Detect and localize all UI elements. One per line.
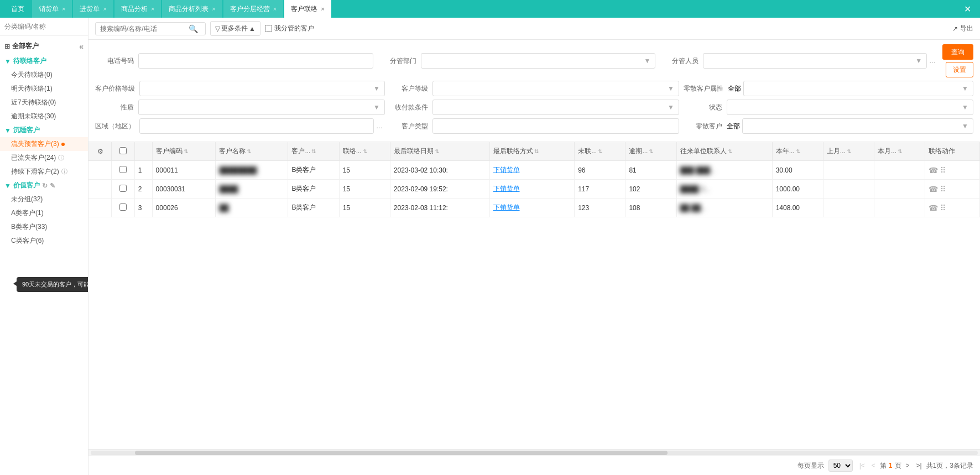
sidebar-item-7days[interactable]: 近7天待联络(0)	[0, 96, 88, 109]
filter-select-region[interactable]	[139, 118, 374, 134]
next-page-button[interactable]: >	[904, 461, 912, 471]
cell-last-method-3[interactable]: 下销货单	[489, 199, 575, 217]
col-no-contact[interactable]: 未联...⇅	[575, 142, 625, 161]
filter-input-phone[interactable]	[138, 53, 373, 69]
col-last-contact-method[interactable]: 最后联络方式⇅	[489, 142, 575, 161]
sidebar-section-pending[interactable]: ▼ 待联络客户	[0, 54, 88, 68]
close-customercontact-icon[interactable]: ×	[321, 6, 324, 12]
close-productlist-icon[interactable]: ×	[212, 6, 215, 12]
last-method-link-3[interactable]: 下销货单	[493, 203, 520, 211]
filter-select-retail-attr[interactable]: ▼	[743, 81, 973, 96]
filter-select-payment[interactable]: ▼	[432, 100, 679, 115]
filter-field-retail-attr: 零散客户属性 全部 ▼	[684, 81, 973, 96]
sidebar-all-customers[interactable]: ⊞ 全部客户 «	[0, 38, 88, 54]
my-customers-checkbox[interactable]: 我分管的客户	[265, 24, 314, 33]
col-settings[interactable]: ⚙	[88, 142, 111, 161]
contact-icon-1[interactable]: ☎	[929, 166, 938, 175]
nav-tab-salesorder[interactable]: 销货单 ×	[32, 0, 72, 18]
col-type[interactable]: 客户...⇅	[288, 142, 339, 161]
cell-checkbox-1[interactable]	[111, 161, 134, 180]
sidebar-item-tomorrow[interactable]: 明天待联络(1)	[0, 82, 88, 96]
last-page-button[interactable]: >|	[914, 461, 924, 471]
nav-home[interactable]: 首页	[4, 0, 31, 18]
col-unit-contacts[interactable]: 往来单位联系人⇅	[676, 142, 772, 161]
col-contact[interactable]: 联络...⇅	[339, 142, 390, 161]
col-this-month[interactable]: 本月...⇅	[874, 142, 925, 161]
sidebar-item-today[interactable]: 今天待联络(0)	[0, 68, 88, 82]
col-last-contact-date[interactable]: 最后联络日期⇅	[390, 142, 489, 161]
sidebar-item-c-class[interactable]: C类客户(6)	[0, 234, 88, 248]
close-productanalysis-icon[interactable]: ×	[151, 6, 154, 12]
cell-last-method-1[interactable]: 下销货单	[489, 161, 575, 180]
export-button[interactable]: ↗ 导出	[952, 24, 973, 33]
close-salesorder-icon[interactable]: ×	[62, 6, 65, 12]
row1-checkbox[interactable]	[119, 166, 127, 173]
nav-tab-customercontact[interactable]: 客户联络 ×	[284, 0, 331, 18]
person-more-button[interactable]: …	[927, 57, 938, 65]
sidebar-item-churn-warning[interactable]: 流失预警客户(3) 90天未交易的客户，可能有流失风险。	[0, 137, 88, 151]
nav-tab-purchaseorder[interactable]: 进货单 ×	[73, 0, 113, 18]
filter-select-retail-customer[interactable]: ▼	[742, 118, 973, 134]
sidebar-section-value[interactable]: ▼ 价值客户 ↻ ✎	[0, 179, 88, 192]
cell-last-method-2[interactable]: 下销货单	[489, 180, 575, 199]
more-action-icon-2[interactable]: ⠿	[940, 185, 946, 194]
nav-tab-productlist[interactable]: 商品分析列表 ×	[162, 0, 222, 18]
select-all-checkbox[interactable]	[119, 147, 127, 154]
sidebar: 🔍 ⊞ 全部客户 « ▼ 待联络客户 今天待联络(0) 明天待联络(1) 近7天…	[0, 18, 88, 475]
col-checkbox[interactable]	[111, 142, 134, 161]
window-close-button[interactable]: ✕	[960, 4, 976, 14]
region-more-button[interactable]: …	[374, 122, 385, 130]
value-refresh-icon[interactable]: ↻	[42, 182, 48, 190]
sidebar-item-a-class[interactable]: A类客户(1)	[0, 206, 88, 220]
value-edit-icon[interactable]: ✎	[50, 182, 55, 190]
filter-select-gender[interactable]: ▼	[138, 100, 385, 115]
last-method-link-2[interactable]: 下销货单	[493, 185, 520, 192]
row3-checkbox[interactable]	[119, 203, 127, 211]
filter-select-status[interactable]: ▼	[727, 100, 973, 115]
col-name[interactable]: 客户名称⇅	[216, 142, 288, 161]
row2-checkbox[interactable]	[119, 185, 127, 192]
nav-tab-customerlayer[interactable]: 客户分层经营 ×	[223, 0, 283, 18]
first-page-button[interactable]: |<	[857, 461, 867, 471]
page-size-dropdown[interactable]: 50	[828, 460, 853, 472]
col-this-year[interactable]: 本年...⇅	[772, 142, 823, 161]
sidebar-item-b-class[interactable]: B类客户(33)	[0, 220, 88, 234]
main-search-button[interactable]: 🔍	[189, 24, 198, 33]
col-code[interactable]: 客户编码⇅	[152, 142, 216, 161]
retail-attr-chevron-icon: ▼	[962, 85, 968, 92]
contact-icon-2[interactable]: ☎	[929, 185, 938, 194]
contact-icon-3[interactable]: ☎	[929, 203, 938, 212]
sidebar-item-ungrouped[interactable]: 未分组(32)	[0, 192, 88, 206]
cell-checkbox-3[interactable]	[111, 199, 134, 217]
sidebar-item-declining[interactable]: 持续下滑客户(2) ⓘ	[0, 165, 88, 179]
filter-select-person[interactable]: ▼	[703, 53, 927, 69]
settings-button[interactable]: 设置	[946, 62, 973, 77]
sidebar-section-dormant[interactable]: ▼ 沉睡客户	[0, 123, 88, 137]
more-action-icon-1[interactable]: ⠿	[940, 166, 946, 175]
query-button[interactable]: 查询	[942, 44, 973, 60]
cell-checkbox-2[interactable]	[111, 180, 134, 199]
filter-select-customertype[interactable]	[432, 118, 679, 134]
more-conditions-button[interactable]: ▽ 更多条件 ▲	[210, 21, 260, 36]
sidebar-search-input[interactable]	[4, 23, 87, 30]
filter-label-payment: 收付款条件	[389, 103, 428, 112]
prev-page-button[interactable]: <	[869, 461, 878, 471]
horizontal-scrollbar[interactable]	[88, 449, 980, 456]
filter-select-pricelevel[interactable]: ▼	[139, 81, 385, 96]
col-last-month[interactable]: 上月...⇅	[823, 142, 874, 161]
nav-tab-productanalysis[interactable]: 商品分析 ×	[114, 0, 161, 18]
filter-select-dept[interactable]: ▼	[421, 53, 656, 69]
sidebar-collapse-icon[interactable]: «	[79, 42, 84, 51]
sidebar-item-overdue[interactable]: 逾期未联络(30)	[0, 109, 88, 123]
my-customers-check[interactable]	[265, 25, 272, 32]
cell-type-1: B类客户	[288, 161, 339, 180]
filter-select-customerlevel[interactable]: ▼	[432, 81, 679, 96]
close-customerlayer-icon[interactable]: ×	[273, 6, 277, 12]
close-purchaseorder-icon[interactable]: ×	[103, 6, 106, 12]
col-overdue[interactable]: 逾期...⇅	[625, 142, 676, 161]
main-search-input[interactable]	[100, 25, 189, 33]
sidebar-item-churned[interactable]: 已流失客户(24) ⓘ	[0, 151, 88, 165]
scrollbar-thumb[interactable]	[135, 451, 667, 455]
last-method-link-1[interactable]: 下销货单	[493, 166, 520, 174]
more-action-icon-3[interactable]: ⠿	[940, 203, 946, 212]
